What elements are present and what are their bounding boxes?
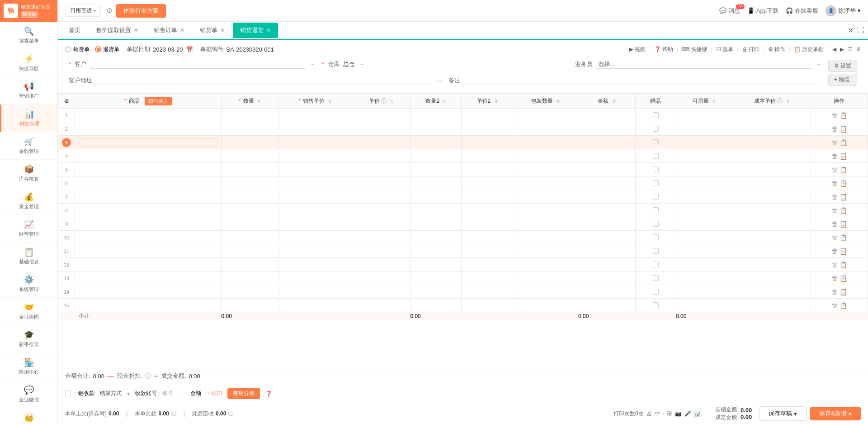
sidebar-item-system[interactable]: ⚙️ 系统管理 bbox=[0, 270, 57, 298]
sidebar-item-finance[interactable]: 💰 资金管理 bbox=[0, 187, 57, 215]
settings-button[interactable]: ⚙ 设置 bbox=[828, 60, 857, 72]
col-settings[interactable]: ⚙ bbox=[58, 94, 75, 109]
unit2-sort-icon[interactable]: ⇅ bbox=[494, 99, 498, 104]
message-button[interactable]: 💬 消息 70 bbox=[719, 7, 740, 15]
address-dots[interactable]: ··· bbox=[437, 77, 441, 84]
settlement-label[interactable]: 结算方式 bbox=[100, 390, 122, 397]
radio-return[interactable]: 退货单 bbox=[95, 46, 119, 53]
fee-split-info-icon[interactable]: ❓ bbox=[265, 391, 272, 397]
settlement-dropdown-icon[interactable]: ▾ bbox=[127, 391, 130, 397]
copy-row-icon[interactable]: 📋 bbox=[840, 125, 847, 133]
sidebar-item-operation[interactable]: 📈 经营管理 bbox=[0, 215, 57, 243]
save-draft-button[interactable]: 保存草稿 ▾ bbox=[759, 406, 807, 421]
delete-row-icon[interactable]: 🗑 bbox=[831, 302, 838, 309]
scan-input-button[interactable]: 扫码录入 bbox=[145, 97, 172, 105]
toolbar-select[interactable]: ☑ 选单 bbox=[716, 46, 733, 53]
tab-sales-order[interactable]: 销售订单✕ bbox=[146, 23, 192, 38]
sidebar-item-wechat[interactable]: 💬 企业微信 bbox=[0, 381, 57, 408]
delete-row-icon[interactable]: 🗑 bbox=[831, 152, 838, 160]
sidebar-item-shortcut[interactable]: ⚡ 快捷导航 bbox=[0, 49, 57, 77]
gift-checkbox[interactable] bbox=[653, 302, 659, 308]
copy-row-icon[interactable]: 📋 bbox=[840, 180, 847, 187]
sidebar-item-marketing[interactable]: 📢 营销推广 bbox=[0, 77, 57, 105]
receivable-info-icon[interactable]: ⓘ bbox=[228, 410, 233, 418]
gift-checkbox[interactable] bbox=[653, 167, 659, 172]
remarks-input[interactable] bbox=[464, 76, 821, 85]
fee-split-button[interactable]: 费用分摊 bbox=[227, 388, 260, 399]
qty-sort-icon[interactable]: ⇅ bbox=[257, 99, 261, 104]
customer-dots[interactable]: ··· bbox=[310, 61, 315, 67]
toolbar-help[interactable]: ❓ 帮助 bbox=[654, 46, 673, 53]
delete-row-icon[interactable]: 🗑 bbox=[831, 261, 838, 268]
payment-checkbox[interactable]: 一键收款 bbox=[65, 390, 94, 397]
copy-row-icon[interactable]: 📋 bbox=[840, 152, 847, 160]
copy-row-icon[interactable]: 📋 bbox=[840, 234, 847, 241]
delete-row-icon[interactable]: 🗑 bbox=[831, 166, 838, 173]
sidebar-item-inventory[interactable]: 📦 库存核算 bbox=[0, 160, 57, 187]
copy-row-icon[interactable]: 📋 bbox=[840, 166, 847, 173]
toolbar-view-grid[interactable]: ⊞ bbox=[856, 46, 861, 52]
gift-checkbox[interactable] bbox=[653, 275, 659, 281]
sidebar-item-member[interactable]: 👑 畅会员 bbox=[0, 408, 57, 424]
sidebar-item-purchase[interactable]: 🛒 采购管理 bbox=[0, 132, 57, 160]
sidebar-item-guide[interactable]: 🎓 新手引导 bbox=[0, 325, 57, 353]
copy-row-icon[interactable]: 📋 bbox=[840, 193, 847, 200]
tab-close-sales-order[interactable]: ✕ bbox=[180, 27, 184, 33]
delete-row-icon[interactable]: 🗑 bbox=[831, 248, 838, 255]
tab-home[interactable]: 首页 bbox=[61, 23, 88, 38]
tab-close-sales-return[interactable]: ✕ bbox=[266, 27, 271, 33]
online-service-link[interactable]: 🎧 在线客服 bbox=[786, 7, 818, 15]
toolbar-shortcut[interactable]: ⌨ 快捷键 bbox=[682, 46, 707, 53]
toolbar-print[interactable]: 🖨 打印 bbox=[742, 46, 760, 53]
sidebar-item-sales[interactable]: 📊 销售管理 bbox=[0, 105, 57, 132]
delete-row-icon[interactable]: 🗑 bbox=[831, 180, 838, 187]
cost-price-info-icon[interactable]: ⓘ bbox=[777, 98, 783, 104]
toolbar-nav-next[interactable]: ▶ bbox=[840, 46, 844, 52]
radio-sales[interactable]: 销货单 bbox=[65, 46, 90, 53]
add-row-button[interactable]: + bbox=[62, 138, 71, 147]
add-button[interactable]: + 添加 bbox=[207, 390, 222, 397]
account-dots[interactable]: ··· bbox=[180, 391, 185, 397]
copy-row-icon[interactable]: 📋 bbox=[840, 302, 847, 309]
salesperson-dots[interactable]: ··· bbox=[816, 61, 821, 67]
copy-row-icon[interactable]: 📋 bbox=[840, 288, 847, 295]
gift-checkbox[interactable] bbox=[653, 139, 659, 145]
copy-row-icon[interactable]: 📋 bbox=[840, 261, 847, 268]
tab-close-sales-delivery[interactable]: ✕ bbox=[220, 27, 225, 33]
toolbar-video[interactable]: ▶ 视频 bbox=[629, 46, 646, 53]
unit-sort-icon[interactable]: ⇅ bbox=[328, 99, 332, 104]
date-value[interactable]: 2023-03-20 bbox=[153, 46, 183, 53]
customer-input[interactable] bbox=[90, 60, 305, 69]
amount-sort-icon[interactable]: ⇅ bbox=[612, 99, 616, 104]
sidebar-item-basic[interactable]: 📋 基础信息 bbox=[0, 243, 57, 270]
gift-checkbox[interactable] bbox=[653, 289, 659, 295]
gift-checkbox[interactable] bbox=[653, 262, 659, 267]
gift-checkbox[interactable] bbox=[653, 221, 659, 227]
available-sort-icon[interactable]: ⇅ bbox=[712, 99, 716, 104]
gift-checkbox[interactable] bbox=[653, 180, 659, 186]
copy-row-icon[interactable]: 📋 bbox=[840, 275, 847, 282]
user-menu[interactable]: 👤 徐泽华 ▾ bbox=[826, 5, 861, 16]
copy-row-icon[interactable]: 📋 bbox=[840, 207, 847, 214]
tab-sales-return[interactable]: 销货退货✕ bbox=[233, 23, 278, 38]
delete-row-icon[interactable]: 🗑 bbox=[831, 234, 838, 241]
close-all-tabs-icon[interactable]: ✕ bbox=[848, 26, 854, 35]
amount-owed-info-icon[interactable]: ⓘ bbox=[171, 410, 176, 418]
delete-row-icon[interactable]: 🗑 bbox=[831, 193, 838, 200]
toolbar-history[interactable]: 📋 历史单据 bbox=[794, 46, 824, 53]
gift-checkbox[interactable] bbox=[653, 153, 659, 159]
delete-row-icon[interactable]: 🗑 bbox=[831, 288, 838, 295]
copy-row-icon[interactable]: 📋 bbox=[840, 112, 847, 119]
toolbar-nav-prev[interactable]: ◀ bbox=[832, 46, 836, 52]
goods-cell[interactable] bbox=[75, 136, 222, 149]
warehouse-dots[interactable]: ··· bbox=[360, 61, 365, 67]
address-input[interactable] bbox=[96, 76, 431, 85]
tab-close-price-settings[interactable]: ✕ bbox=[134, 27, 138, 33]
logistics-button[interactable]: + 物流 bbox=[828, 74, 857, 86]
qty2-sort-icon[interactable]: ⇅ bbox=[443, 99, 446, 104]
copy-row-icon[interactable]: 📋 bbox=[840, 139, 847, 146]
calendar-icon[interactable]: 📅 bbox=[186, 46, 193, 53]
delete-row-icon[interactable]: 🗑 bbox=[831, 207, 838, 214]
unit-price-info-icon[interactable]: ⓘ bbox=[381, 98, 387, 104]
tab-price-settings[interactable]: 售价提取设置✕ bbox=[89, 23, 146, 38]
